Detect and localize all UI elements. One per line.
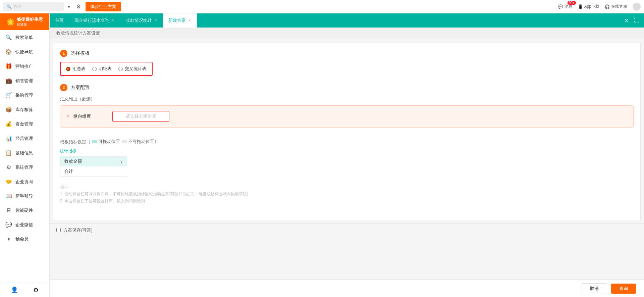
radio-detail-label: 明细表 <box>99 66 112 72</box>
dimension-arrow: —— <box>97 114 106 119</box>
search-placeholder: 搜索 <box>14 4 22 9</box>
sidebar-item-purchase[interactable]: 🛒 采购管理 <box>0 88 49 102</box>
customer-service-item[interactable]: 🎧 在线客服 <box>605 4 627 9</box>
search-bar[interactable]: 🔍 搜索 <box>3 2 64 11</box>
radio-summary[interactable]: 汇总表 <box>66 66 86 72</box>
sidebar-label-inventory: 库存核算 <box>15 107 33 113</box>
sidebar-item-member[interactable]: ♦ 畅会员 <box>0 232 49 246</box>
page-title: 收款情况统计方案设置 <box>50 28 644 39</box>
radio-cross[interactable]: 交叉统计表 <box>118 66 147 72</box>
sidebar-item-finance[interactable]: 💰 资金管理 <box>0 117 49 131</box>
sidebar-label-system: 系统管理 <box>15 164 33 170</box>
indicator-header: 模板指标设定（ 可拖动位置 不可拖动位置） <box>60 139 634 145</box>
sidebar-item-cooperation[interactable]: 🤝 企业协同 <box>0 175 49 189</box>
legend-draggable: 可拖动位置 <box>92 139 120 145</box>
app-icon: 📱 <box>578 4 583 9</box>
sidebar-footer-icon2[interactable]: ⚙ <box>33 286 39 294</box>
message-icon: 💬 <box>558 4 563 9</box>
step2-title: 方案配置 <box>71 85 90 91</box>
app-download-item[interactable]: 📱 App下载 <box>578 4 599 9</box>
home-icon: 🏠 <box>5 49 12 55</box>
sidebar-label-hardware: 智能硬件 <box>15 207 33 213</box>
guide-icon: 📖 <box>5 193 12 199</box>
indicator-label-text: 模板指标设定（ <box>60 139 91 144</box>
grid-header-label: 收款金额 <box>64 158 82 164</box>
dimension-area: * 纵向维度 —— 请选择分组维度 <box>60 105 634 128</box>
sidebar-item-guide[interactable]: 📖 新手引导 <box>0 189 49 203</box>
sidebar-footer-icon1[interactable]: 👤 <box>11 286 18 294</box>
query-button[interactable]: 查询 <box>611 284 636 294</box>
trial-button[interactable]: 体验行业方案 <box>86 2 121 11</box>
tab-close-all[interactable]: ✕ <box>623 16 630 25</box>
step1-number: 1 <box>60 50 67 57</box>
save-checkbox[interactable] <box>56 228 61 232</box>
sidebar-item-wechat[interactable]: 💬 企业微信 <box>0 217 49 232</box>
tip-line-1: 1. 拖动标题栏可以调整布局，不可跨维度或指标区域拖动且目字段(只能在同一维度或… <box>60 191 634 198</box>
step2-header: 2 方案配置 <box>60 84 634 91</box>
dropdown-button[interactable]: ▾ <box>66 3 71 10</box>
tab-home[interactable]: 首页 <box>50 13 69 28</box>
sidebar-item-marketing[interactable]: 🎁 营销推广 <box>0 59 49 73</box>
sidebar-item-basic-info[interactable]: 📋 基础信息 <box>0 146 49 160</box>
step2-number: 2 <box>60 84 67 91</box>
sidebar-label-search: 搜索菜单 <box>15 35 33 41</box>
service-icon: 🎧 <box>605 4 610 9</box>
box-icon: 📦 <box>5 106 12 113</box>
indicator-grid-header[interactable]: 收款金额 ∨ <box>60 156 127 166</box>
indicator-group-title: 统计指标 <box>60 148 127 154</box>
content-area: 收款情况统计方案设置 1 选择模板 汇总表 <box>50 28 644 280</box>
tab-receipts-close[interactable]: × <box>154 18 158 23</box>
dimension-select[interactable]: 请选择分组维度 <box>112 111 169 122</box>
user-avatar[interactable] <box>633 3 641 11</box>
gear-button[interactable]: ⚙ <box>74 3 83 10</box>
sales-icon: 💼 <box>5 78 12 84</box>
tab-cash-bank-close[interactable]: × <box>111 18 115 23</box>
not-draggable-color-swatch <box>122 140 127 143</box>
handshake-icon: 🤝 <box>5 179 12 185</box>
sidebar-label-nav: 快捷导航 <box>15 49 33 55</box>
sidebar-label-cooperation: 企业协同 <box>15 179 33 185</box>
gift-icon: 🎁 <box>5 63 12 69</box>
cart-icon: 🛒 <box>5 92 12 98</box>
dimension-section-label: 汇总维度（必选） <box>60 96 634 102</box>
list-icon: 📋 <box>5 150 12 156</box>
tab-receipts[interactable]: 收款情况统计 × <box>120 13 163 28</box>
indicator-grid: 收款金额 ∨ 合计 <box>60 156 127 177</box>
tab-maximize[interactable]: ⛶ <box>633 16 641 25</box>
sidebar-item-sales[interactable]: 💼 销售管理 <box>0 73 49 88</box>
legend-not-draggable: 不可拖动位置） <box>122 139 159 145</box>
sidebar-label-wechat: 企业微信 <box>15 222 33 228</box>
header-left: 🔍 搜索 ▾ ⚙ 体验行业方案 <box>3 2 121 11</box>
sidebar-item-system[interactable]: ⚙ 系统管理 <box>0 160 49 175</box>
radio-cross-input[interactable] <box>118 67 123 71</box>
search-icon: 🔍 <box>7 4 12 9</box>
radio-summary-input[interactable] <box>66 67 70 71</box>
step1-header: 1 选择模板 <box>60 50 634 57</box>
search-menu-icon: 🔍 <box>5 34 12 41</box>
step1-section: 1 选择模板 汇总表 明细表 <box>60 50 634 76</box>
sidebar-label-member: 畅会员 <box>15 236 29 242</box>
tips-title: 提示： <box>60 184 72 189</box>
radio-detail-input[interactable] <box>92 67 97 71</box>
system-icon: ⚙ <box>5 164 12 170</box>
sidebar-item-hardware[interactable]: 🖥 智能硬件 <box>0 203 49 217</box>
top-header: 🔍 搜索 ▾ ⚙ 体验行业方案 💬 消息 99+ 📱 App下载 🎧 在线客服 <box>0 0 644 13</box>
tip-line-2: 2. 点击标题栏下拉可设置排序、插入列和删除列 <box>60 198 634 205</box>
cancel-button[interactable]: 取消 <box>582 283 607 294</box>
grid-header-chevron[interactable]: ∨ <box>120 159 123 164</box>
dimension-label: 纵向维度 <box>73 113 91 119</box>
sidebar-item-inventory[interactable]: 📦 库存核算 <box>0 102 49 117</box>
sidebar-item-search[interactable]: 🔍 搜索菜单 <box>0 30 49 45</box>
money-icon: 💰 <box>5 121 12 127</box>
sidebar-label-sales: 销售管理 <box>15 78 33 84</box>
sidebar-footer: 👤 ⚙ <box>0 283 49 297</box>
sidebar-item-nav[interactable]: 🏠 快捷导航 <box>0 45 49 59</box>
radio-detail[interactable]: 明细表 <box>92 66 112 72</box>
radio-summary-label: 汇总表 <box>72 66 86 72</box>
sidebar-item-management[interactable]: 📊 经营管理 <box>0 131 49 146</box>
message-item[interactable]: 💬 消息 99+ <box>558 4 573 9</box>
tab-cash-bank[interactable]: 现金银行流水查询 × <box>69 13 120 28</box>
tab-new-plan[interactable]: 新建方案 × <box>163 13 197 28</box>
tab-new-plan-close[interactable]: × <box>188 18 192 23</box>
dimension-required-mark: * <box>67 114 69 119</box>
